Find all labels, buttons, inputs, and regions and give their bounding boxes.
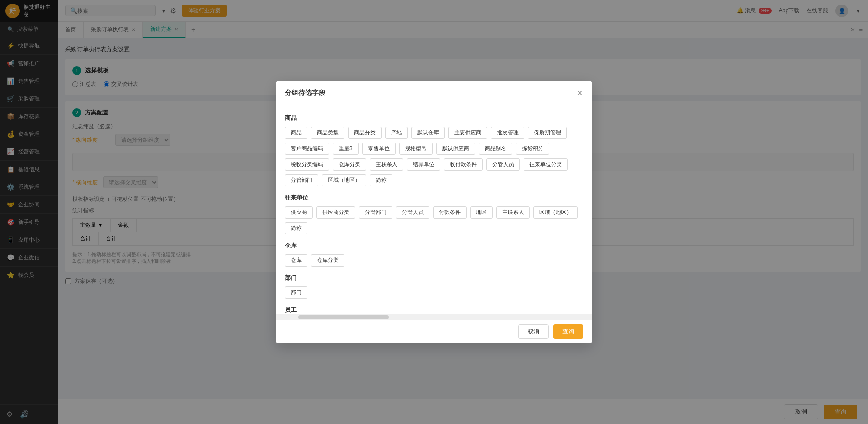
field-tag-主联系人[interactable]: 主联系人 xyxy=(370,158,403,171)
section-title-department: 部门 xyxy=(285,274,583,282)
field-tag-仓库分类[interactable]: 仓库分类 xyxy=(333,158,366,171)
field-tag-付款条件[interactable]: 付款条件 xyxy=(433,206,467,219)
field-tag-拣货积分[interactable]: 拣货积分 xyxy=(516,143,549,155)
field-tag-区域（地区）[interactable]: 区域（地区） xyxy=(533,206,578,219)
field-group-department: 部门 xyxy=(285,286,583,299)
section-title-employee: 员工 xyxy=(285,306,583,314)
field-tag-商品别名[interactable]: 商品别名 xyxy=(479,143,512,155)
modal-close-icon[interactable]: ✕ xyxy=(576,88,583,98)
modal-confirm-btn[interactable]: 查询 xyxy=(553,324,583,339)
field-tag-批次管理[interactable]: 批次管理 xyxy=(491,127,524,139)
section-title-partner: 往来单位 xyxy=(285,194,583,202)
field-tag-分管人员[interactable]: 分管人员 xyxy=(486,158,520,171)
field-tag-仓库[interactable]: 仓库 xyxy=(285,254,307,267)
field-tag-产地[interactable]: 产地 xyxy=(385,127,408,139)
modal-cancel-btn[interactable]: 取消 xyxy=(518,324,549,339)
field-tag-税收分类编码[interactable]: 税收分类编码 xyxy=(285,158,329,171)
section-title-warehouse: 仓库 xyxy=(285,242,583,250)
field-tag-默认供应商[interactable]: 默认供应商 xyxy=(436,143,475,155)
field-tag-结算单位[interactable]: 结算单位 xyxy=(407,158,440,171)
field-tag-供应商分类[interactable]: 供应商分类 xyxy=(316,206,355,219)
field-tag-仓库分类[interactable]: 仓库分类 xyxy=(311,254,344,267)
hscroll-thumb xyxy=(298,315,389,319)
field-tag-简称[interactable]: 简称 xyxy=(370,174,392,186)
modal-title: 分组待选字段 xyxy=(285,89,326,97)
modal-header: 分组待选字段 ✕ xyxy=(276,81,592,104)
section-title-goods: 商品 xyxy=(285,114,583,122)
field-tag-商品分类[interactable]: 商品分类 xyxy=(348,127,382,139)
field-tag-主要供应商[interactable]: 主要供应商 xyxy=(448,127,487,139)
field-tag-零售单位[interactable]: 零售单位 xyxy=(362,143,396,155)
field-tag-分管人员[interactable]: 分管人员 xyxy=(396,206,429,219)
field-tag-规格型号[interactable]: 规格型号 xyxy=(399,143,433,155)
field-group-warehouse: 仓库仓库分类 xyxy=(285,254,583,267)
field-tag-供应商[interactable]: 供应商 xyxy=(285,206,313,219)
field-tag-地区[interactable]: 地区 xyxy=(470,206,493,219)
field-tag-部门[interactable]: 部门 xyxy=(285,286,307,299)
field-tag-客户商品编码[interactable]: 客户商品编码 xyxy=(285,143,329,155)
field-tag-分管部门[interactable]: 分管部门 xyxy=(359,206,392,219)
field-tag-往来单位分类[interactable]: 往来单位分类 xyxy=(524,158,568,171)
field-group-goods: 商品商品类型商品分类产地默认仓库主要供应商批次管理保质期管理客户商品编码重量3零… xyxy=(285,127,583,186)
field-group-partner: 供应商供应商分类分管部门分管人员付款条件地区主联系人区域（地区）简称 xyxy=(285,206,583,234)
field-tag-商品[interactable]: 商品 xyxy=(285,127,307,139)
modal-body: 商品商品商品类型商品分类产地默认仓库主要供应商批次管理保质期管理客户商品编码重量… xyxy=(276,104,592,314)
modal-horizontal-scrollbar[interactable] xyxy=(276,314,592,319)
field-select-modal: 分组待选字段 ✕ 商品商品商品类型商品分类产地默认仓库主要供应商批次管理保质期管… xyxy=(276,81,592,343)
modal-footer: 取消 查询 xyxy=(276,319,592,343)
field-tag-主联系人[interactable]: 主联系人 xyxy=(496,206,530,219)
field-tag-简称[interactable]: 简称 xyxy=(285,222,307,234)
field-tag-重量3[interactable]: 重量3 xyxy=(333,143,359,155)
field-tag-默认仓库[interactable]: 默认仓库 xyxy=(411,127,445,139)
field-tag-区域（地区）[interactable]: 区域（地区） xyxy=(322,174,366,186)
field-tag-商品类型[interactable]: 商品类型 xyxy=(311,127,344,139)
field-tag-分管部门[interactable]: 分管部门 xyxy=(285,174,318,186)
field-tag-收付款条件[interactable]: 收付款条件 xyxy=(444,158,483,171)
field-tag-保质期管理[interactable]: 保质期管理 xyxy=(528,127,567,139)
